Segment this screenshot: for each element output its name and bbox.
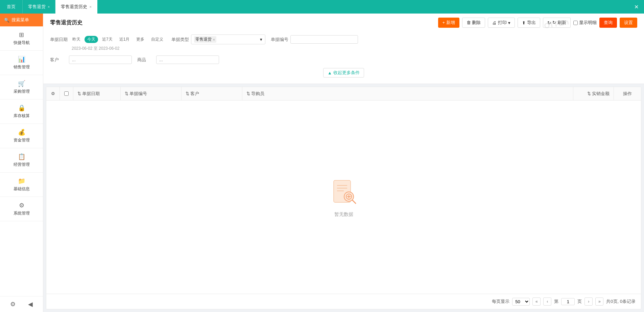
date-filter-label: 单据日期 — [50, 37, 68, 43]
current-page-input[interactable] — [561, 298, 575, 305]
delete-button[interactable]: 🗑 删除 — [462, 18, 485, 28]
tab-retail-return[interactable]: 零售退货 × — [23, 0, 55, 14]
show-detail-checkbox[interactable] — [573, 21, 578, 25]
filter-row-2: 客户 商品 — [50, 53, 637, 67]
sidebar-search-label: 搜索菜单 — [11, 17, 29, 23]
sidebar-item-sys-label: 系统管理 — [14, 210, 30, 216]
close-icon: ✕ — [634, 4, 639, 10]
th-action: 操作 — [614, 87, 641, 100]
sidebar-item-sales-mgmt[interactable]: 📊 销售管理 — [0, 51, 43, 75]
page-size-select[interactable]: 10 20 50 100 — [512, 298, 530, 306]
biz-icon: 📋 — [18, 153, 25, 160]
doc-no-input[interactable] — [290, 35, 358, 44]
page-header: 零售退货历史 + 新增 🗑 删除 🖨 打印 ▾ ⬆ 导出 ↻ — [43, 14, 644, 84]
doc-type-filter: 单据类型 零售退货 × ▾ — [171, 35, 265, 44]
show-detail-checkbox-label[interactable]: 显示明细 — [573, 20, 597, 26]
refresh-button[interactable]: ↻ ↻ 刷新 — [543, 18, 571, 28]
next-page-button[interactable]: › — [585, 297, 593, 306]
sidebar-item-biz[interactable]: 📋 经营管理 — [0, 148, 43, 173]
th-settings[interactable]: ⚙ — [46, 87, 60, 100]
toolbar: + 新增 🗑 删除 🖨 打印 ▾ ⬆ 导出 ↻ ↻ 刷新 — [438, 18, 637, 28]
sidebar-item-sales-label: 销售管理 — [14, 64, 30, 70]
finance-icon: 💰 — [18, 129, 25, 136]
collapse-filter-button[interactable]: ▲ 收起更多条件 — [323, 68, 364, 77]
sidebar-item-base-info[interactable]: 📁 基础信息 — [0, 173, 43, 197]
doc-no-filter: 单据编号 — [271, 35, 358, 44]
doc-type-label: 单据类型 — [171, 37, 189, 43]
sidebar-item-quick-nav[interactable]: ⊞ 快捷导航 — [0, 26, 43, 51]
date-range-display: 2023-06-02 至 2023-06-02 — [72, 46, 119, 51]
sidebar-item-sys-mgmt[interactable]: ⚙ 系统管理 — [0, 197, 43, 221]
goods-input[interactable] — [156, 55, 219, 64]
table-container: ⚙ ⇅ 单据日期 ⇅ 单据编号 ⇅ 客户 ⇅ — [46, 87, 641, 309]
th-guide-sort: ⇅ — [246, 91, 250, 96]
th-date-text: 单据日期 — [82, 91, 100, 97]
page-label-suffix: 页 — [577, 298, 582, 305]
top-bar: 首页 零售退货 × 零售退货历史 × ✕ — [0, 0, 644, 14]
refresh-label: ↻ 刷新 — [552, 20, 566, 26]
tab-home-label: 首页 — [7, 4, 16, 10]
customer-label: 客户 — [50, 57, 67, 63]
content-area: 零售退货历史 + 新增 🗑 删除 🖨 打印 ▾ ⬆ 导出 ↻ — [43, 14, 644, 312]
prev-page-button[interactable]: ‹ — [543, 297, 551, 306]
first-page-icon: « — [535, 299, 538, 304]
sidebar-item-finance-label: 资金管理 — [14, 137, 30, 143]
svg-line-5 — [352, 200, 356, 203]
tab-retail-return-history-label: 零售退货历史 — [61, 4, 87, 10]
settings-col-icon: ⚙ — [51, 91, 55, 96]
export-button[interactable]: ⬆ 导出 — [518, 18, 540, 28]
sidebar-search[interactable]: 🔍 搜索菜单 — [0, 14, 43, 26]
date-option-today[interactable]: 今天 — [85, 36, 98, 43]
new-button[interactable]: + 新增 — [438, 18, 459, 28]
date-option-yesterday[interactable]: 昨天 — [70, 36, 83, 43]
empty-illustration — [329, 177, 359, 207]
setting-button[interactable]: 设置 — [620, 18, 637, 28]
date-option-1month[interactable]: 近1月 — [117, 36, 133, 43]
doc-type-select[interactable]: 零售退货 × ▾ — [191, 35, 265, 44]
tab-bar: 首页 零售退货 × 零售退货历史 × — [0, 0, 629, 14]
settings-gear-icon[interactable]: ⚙ — [10, 300, 16, 308]
prev-page-icon: ‹ — [547, 299, 548, 304]
window-close-button[interactable]: ✕ — [629, 4, 644, 10]
collapse-filter-label: 收起更多条件 — [333, 70, 360, 76]
collapse-sidebar-icon[interactable]: ◀ — [28, 300, 33, 308]
next-page-icon: › — [588, 299, 589, 304]
sidebar-item-finance[interactable]: 💰 资金管理 — [0, 124, 43, 148]
print-dropdown-icon: ▾ — [508, 20, 510, 25]
last-page-button[interactable]: » — [595, 297, 603, 306]
th-date[interactable]: ⇅ 单据日期 — [73, 87, 121, 100]
date-option-7days[interactable]: 近7天 — [99, 36, 115, 43]
sales-icon: 📊 — [18, 55, 25, 63]
date-options: 昨天 今天 近7天 近1月 更多 自定义 — [70, 36, 166, 43]
tab-retail-return-history-close[interactable]: × — [89, 5, 91, 9]
show-detail-label: 显示明细 — [579, 20, 597, 26]
th-guide-text: 导购员 — [251, 91, 264, 97]
th-order-no[interactable]: ⇅ 单据编号 — [121, 87, 182, 100]
sidebar-item-purchase-mgmt[interactable]: 🛒 采购管理 — [0, 75, 43, 99]
th-amount[interactable]: ⇅ 实销金额 — [573, 87, 614, 100]
purchase-icon: 🛒 — [18, 80, 25, 87]
date-option-more[interactable]: 更多 — [134, 36, 147, 43]
tab-home[interactable]: 首页 — [0, 0, 23, 14]
th-customer[interactable]: ⇅ 客户 — [182, 87, 242, 100]
th-date-label: ⇅ — [77, 91, 81, 96]
tab-retail-return-close[interactable]: × — [48, 5, 50, 9]
th-guide[interactable]: ⇅ 导购员 — [242, 87, 573, 100]
tab-retail-return-history[interactable]: 零售退货历史 × — [55, 0, 97, 14]
page-size-label: 每页显示 — [492, 298, 509, 305]
select-all-checkbox[interactable] — [64, 91, 69, 96]
doc-type-tag-close[interactable]: × — [213, 38, 215, 42]
main-layout: 🔍 搜索菜单 ⊞ 快捷导航 📊 销售管理 🛒 采购管理 🔒 库存核算 💰 资金管… — [0, 14, 644, 312]
customer-filter: 客户 — [50, 55, 132, 64]
print-button[interactable]: 🖨 打印 ▾ — [488, 18, 515, 28]
first-page-button[interactable]: « — [532, 297, 541, 306]
sidebar-item-inventory[interactable]: 🔒 库存核算 — [0, 99, 43, 124]
customer-input[interactable] — [69, 55, 132, 64]
date-option-custom[interactable]: 自定义 — [148, 36, 166, 43]
quick-nav-icon: ⊞ — [19, 31, 24, 39]
sidebar: 🔍 搜索菜单 ⊞ 快捷导航 📊 销售管理 🛒 采购管理 🔒 库存核算 💰 资金管… — [0, 14, 43, 312]
th-checkbox[interactable] — [60, 87, 73, 100]
query-button[interactable]: 查询 — [599, 18, 617, 28]
page-label-prefix: 第 — [554, 298, 558, 305]
sidebar-item-quick-nav-label: 快捷导航 — [14, 40, 30, 46]
